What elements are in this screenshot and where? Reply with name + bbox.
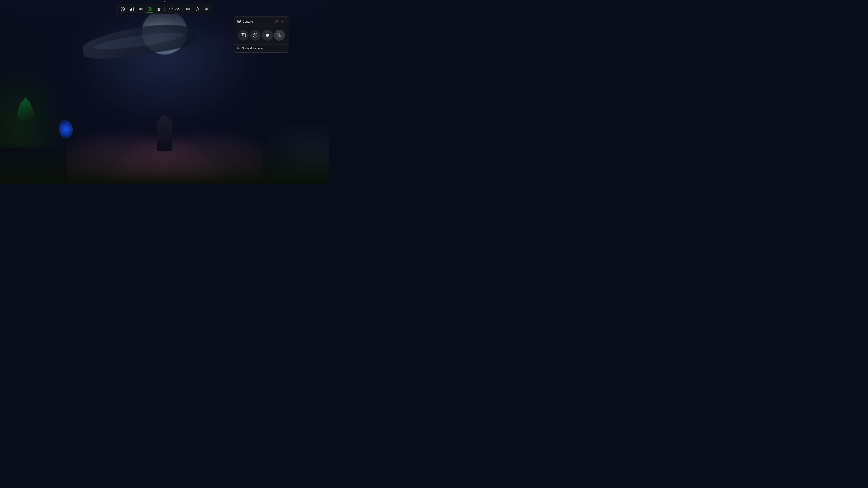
svg-rect-17 xyxy=(241,33,246,37)
svg-rect-11 xyxy=(187,8,189,10)
gamebar-icon-settings[interactable] xyxy=(203,5,210,13)
capture-panel: Capture 📌 ✕ xyxy=(234,16,288,53)
capture-panel-title: Capture xyxy=(243,20,253,23)
gamebar-icon-battery[interactable] xyxy=(185,5,192,13)
svg-rect-4 xyxy=(148,8,152,10)
capture-close-button[interactable]: ✕ xyxy=(280,19,285,24)
capture-mic-button[interactable] xyxy=(274,30,285,41)
svg-point-21 xyxy=(266,34,269,37)
gamebar-icon-shield[interactable] xyxy=(194,5,201,13)
svg-rect-25 xyxy=(237,47,239,49)
capture-title-wrap: Capture xyxy=(237,20,253,24)
gamebar: ▲ 5 xyxy=(0,0,329,14)
foliage-left xyxy=(0,57,68,148)
gamebar-icon-capture[interactable] xyxy=(146,5,153,13)
capture-last30-button[interactable] xyxy=(250,30,260,41)
svg-point-9 xyxy=(157,8,158,8)
svg-rect-2 xyxy=(131,8,132,11)
show-all-captures-label: Show all captures xyxy=(242,47,264,50)
gamebar-icon-people[interactable] xyxy=(155,5,162,13)
capture-pin-button[interactable]: 📌 xyxy=(274,19,279,24)
svg-point-18 xyxy=(242,34,244,36)
gamebar-time: 7:21 PM xyxy=(166,7,181,11)
ground xyxy=(0,139,329,184)
show-all-captures-button[interactable]: Show all captures xyxy=(235,44,288,53)
capture-action-buttons xyxy=(235,26,288,44)
capture-main-icon xyxy=(237,20,241,24)
svg-rect-3 xyxy=(133,7,133,11)
gamebar-icon-social[interactable] xyxy=(128,5,135,13)
svg-rect-26 xyxy=(238,47,240,48)
gamebar-divider-2 xyxy=(183,7,183,11)
capture-record-button[interactable] xyxy=(262,30,273,41)
svg-rect-16 xyxy=(239,20,240,20)
capture-header-actions: 📌 ✕ xyxy=(274,19,285,24)
svg-point-7 xyxy=(158,8,160,9)
svg-rect-14 xyxy=(237,20,241,22)
gamebar-chevron-up: ▲ xyxy=(163,0,166,2)
svg-rect-12 xyxy=(190,8,190,9)
svg-point-8 xyxy=(160,8,160,8)
capture-screenshot-button[interactable] xyxy=(238,30,249,41)
svg-rect-1 xyxy=(130,9,131,11)
gamebar-icon-audio[interactable] xyxy=(137,5,145,13)
svg-rect-19 xyxy=(242,33,244,34)
gamebar-icon-xbox[interactable] xyxy=(119,5,126,13)
svg-rect-6 xyxy=(149,7,151,8)
gamebar-bar: 7:21 PM xyxy=(116,4,213,14)
captures-gallery-icon xyxy=(237,46,240,50)
svg-point-15 xyxy=(239,21,240,22)
svg-point-5 xyxy=(149,8,151,10)
capture-panel-header: Capture 📌 ✕ xyxy=(235,17,288,26)
